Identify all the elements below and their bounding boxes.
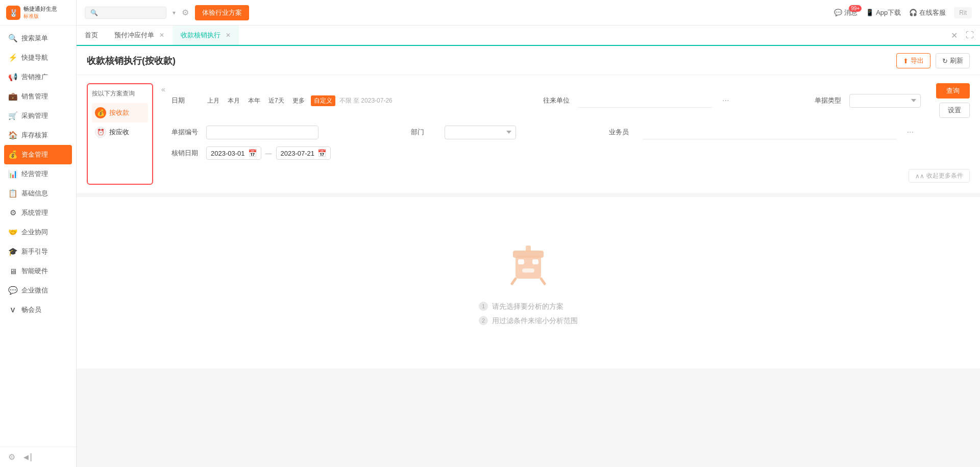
sidebar-item-quicknav[interactable]: ⚡ 快捷导航 <box>0 48 76 67</box>
svg-rect-5 <box>526 245 531 252</box>
shortcut-this-year[interactable]: 本年 <box>246 95 262 106</box>
filter-sidebar-collapse[interactable]: « <box>161 83 172 185</box>
sidebar-item-collab[interactable]: 🤝 企业协同 <box>0 223 76 242</box>
topbar-search-icon: 🔍 <box>90 9 98 16</box>
app-download-button[interactable]: 📱 App下载 <box>866 8 901 17</box>
date-range-text: 不限 至 2023-07-26 <box>339 96 393 105</box>
sidebar-item-finance[interactable]: 💰 资金管理 <box>4 145 72 164</box>
svg-line-7 <box>541 279 545 284</box>
user-avatar[interactable]: Rit <box>954 7 972 18</box>
export-button[interactable]: ⬆ 导出 <box>896 53 930 68</box>
online-service-icon: 🎧 <box>909 9 917 16</box>
shortcut-more[interactable]: 更多 <box>290 95 307 106</box>
verify-date-end-value: 2023-07-21 <box>281 150 315 157</box>
settings-button[interactable]: 设置 <box>939 103 970 118</box>
filter-row-2: 单据编号 部门 业务员 ··· <box>172 125 970 139</box>
hardware-icon: 🖥 <box>8 267 17 276</box>
online-service-button[interactable]: 🎧 在线客服 <box>909 8 946 17</box>
tab-fullscreen-icon[interactable]: ⛶ <box>964 29 976 42</box>
sidebar-item-basic-info[interactable]: 📋 基础信息 <box>0 184 76 203</box>
empty-tip-row-1: 1 请先选择要分析的方案 <box>479 299 578 313</box>
filter-scheme-panel: 按以下方案查询 💰 按收款 ⏰ 按应收 <box>87 83 153 185</box>
shortcut-this-month[interactable]: 本月 <box>226 95 242 106</box>
refresh-button[interactable]: ↻ 刷新 <box>936 53 970 68</box>
verify-date-start-value: 2023-03-01 <box>211 150 245 157</box>
filter-main-area: 日期 上月 本月 本年 近7天 更多 自定义 不限 至 2023-07-26 往… <box>172 83 970 185</box>
bill-type-select[interactable] <box>849 94 921 108</box>
svg-rect-3 <box>522 268 534 273</box>
sidebar-navigation: 🔍 搜索菜单 ⚡ 快捷导航 📢 营销推广 💼 销售管理 🛒 采购管理 🏠 库存核… <box>0 26 76 447</box>
sidebar-item-sales[interactable]: 💼 销售管理 <box>0 87 76 106</box>
sidebar-item-guide[interactable]: 🎓 新手引导 <box>0 242 76 261</box>
tab-receipt-label: 收款核销执行 <box>181 31 220 40</box>
tab-bar: 首页 预付冲应付单 ✕ 收款核销执行 ✕ ✕ ⛶ <box>77 26 980 46</box>
shortcut-custom[interactable]: 自定义 <box>311 95 335 106</box>
shortcut-last-month[interactable]: 上月 <box>205 95 222 106</box>
shortcut-7days[interactable]: 近7天 <box>266 95 286 106</box>
by-receivable-label: 按应收 <box>109 128 129 137</box>
sidebar-label-inventory: 库存核算 <box>21 131 48 140</box>
guide-icon: 🎓 <box>8 247 17 256</box>
calendar-end-icon: 📅 <box>317 149 326 157</box>
message-badge: 99+ <box>849 5 862 12</box>
search-menu-icon: 🔍 <box>8 34 17 43</box>
dept-label: 部门 <box>411 128 436 137</box>
page-title: 收款核销执行(按收款) <box>87 55 176 73</box>
settings-bottom-icon[interactable]: ⚙ <box>8 452 15 462</box>
message-icon: 💬 <box>834 9 842 16</box>
sidebar-item-purchase[interactable]: 🛒 采购管理 <box>0 106 76 126</box>
sidebar-item-management[interactable]: 📊 经营管理 <box>0 164 76 184</box>
tab-prepay[interactable]: 预付冲应付单 ✕ <box>106 26 173 46</box>
partner-label: 往来单位 <box>543 96 570 105</box>
sidebar-item-system[interactable]: ⚙ 系统管理 <box>0 203 76 223</box>
by-receipt-label: 按收款 <box>109 108 129 117</box>
tab-home-label: 首页 <box>85 31 98 40</box>
staff-more-icon[interactable]: ··· <box>905 128 916 137</box>
filter-option-by-receipt[interactable]: 💰 按收款 <box>92 103 148 122</box>
sidebar-label-quicknav: 快捷导航 <box>21 53 48 62</box>
sidebar-item-member[interactable]: V 畅会员 <box>0 300 76 319</box>
inventory-icon: 🏠 <box>8 131 17 140</box>
tab-receipt-verify[interactable]: 收款核销执行 ✕ <box>173 26 239 46</box>
collapse-chevron-icon: ∧∧ <box>915 173 924 180</box>
app-edition: 标准版 <box>23 13 57 20</box>
message-button[interactable]: 💬 消息 99+ <box>834 8 857 17</box>
topbar-search-box[interactable]: 🔍 <box>85 7 166 19</box>
filter-row-3: 核销日期 2023-03-01 📅 — 2023-07-21 📅 <box>172 146 970 160</box>
tab-home[interactable]: 首页 <box>77 26 106 46</box>
export-icon: ⬆ <box>903 57 909 65</box>
bill-type-label: 单据类型 <box>815 96 841 105</box>
tab-prepay-label: 预付冲应付单 <box>114 31 154 40</box>
tip-num-1: 1 <box>479 302 488 311</box>
verify-date-start-field[interactable]: 2023-03-01 📅 <box>206 146 261 160</box>
collapse-more-button[interactable]: ∧∧ 收起更多条件 <box>909 169 970 183</box>
online-service-label: 在线客服 <box>919 8 946 17</box>
query-button[interactable]: 查询 <box>936 83 970 99</box>
verify-date-range: 2023-03-01 📅 — 2023-07-21 📅 <box>206 146 331 160</box>
filter-row-1: 日期 上月 本月 本年 近7天 更多 自定义 不限 至 2023-07-26 往… <box>172 83 970 118</box>
sidebar-label-finance: 资金管理 <box>21 150 48 159</box>
topbar-dropdown-arrow[interactable]: ▾ <box>173 9 176 16</box>
bill-no-input[interactable] <box>206 126 318 139</box>
sidebar-item-marketing[interactable]: 📢 营销推广 <box>0 67 76 87</box>
topbar-gear-icon[interactable]: ⚙ <box>182 8 189 17</box>
svg-rect-4 <box>513 251 544 258</box>
sidebar-item-wechat[interactable]: 💬 企业微信 <box>0 281 76 300</box>
filter-option-by-receivable[interactable]: ⏰ 按应收 <box>92 122 148 142</box>
verify-date-label: 核销日期 <box>172 149 198 158</box>
member-icon: V <box>8 306 17 314</box>
tab-close-all-icon[interactable]: ✕ <box>949 29 960 42</box>
collapse-sidebar-icon[interactable]: ◀║ <box>23 453 33 461</box>
tab-receipt-close[interactable]: ✕ <box>226 32 231 39</box>
dept-select[interactable] <box>445 126 516 139</box>
sidebar-item-hardware[interactable]: 🖥 智能硬件 <box>0 261 76 281</box>
sidebar-item-inventory[interactable]: 🏠 库存核算 <box>0 126 76 145</box>
partner-more-icon[interactable]: ··· <box>720 96 731 105</box>
empty-tip-row-2: 2 用过滤条件来缩小分析范围 <box>479 313 578 328</box>
tab-prepay-close[interactable]: ✕ <box>159 32 164 39</box>
solution-button[interactable]: 体验行业方案 <box>195 5 249 20</box>
sidebar-item-search[interactable]: 🔍 搜索菜单 <box>0 29 76 48</box>
sidebar-label-management: 经营管理 <box>21 169 48 179</box>
verify-date-end-field[interactable]: 2023-07-21 📅 <box>276 146 331 160</box>
marketing-icon: 📢 <box>8 72 17 82</box>
